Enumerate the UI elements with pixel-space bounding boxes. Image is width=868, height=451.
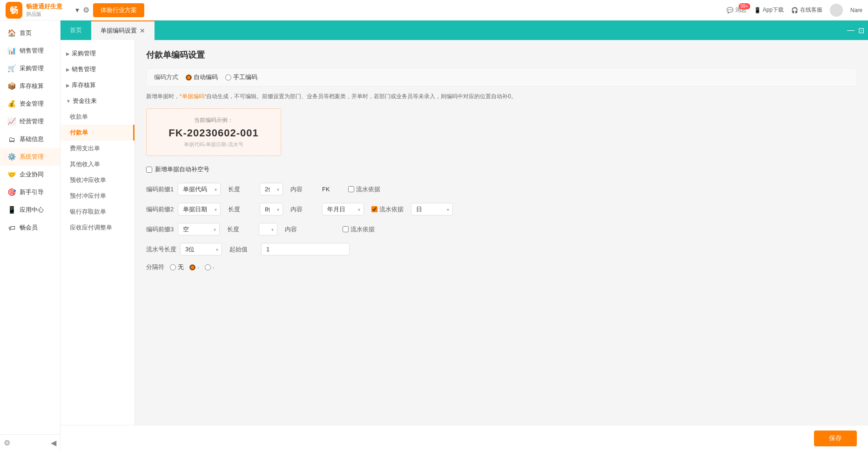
sub-item-payment[interactable]: 付款单	[61, 125, 135, 141]
manual-encode-radio[interactable]	[225, 74, 231, 81]
sub-item-adjustment[interactable]: 应收应付调整单	[61, 220, 135, 236]
save-button[interactable]: 保存	[814, 431, 857, 446]
manual-encode-option[interactable]: 手工编码	[225, 73, 257, 81]
prefix1-length-label: 长度	[228, 185, 256, 194]
preview-code: FK-20230602-001	[168, 127, 259, 139]
prefix1-content-value: FK	[322, 186, 341, 193]
prefix3-select[interactable]: 空	[178, 223, 220, 236]
sep-dash-label: ·	[213, 264, 215, 271]
sidebar-collapse-btn[interactable]: ◀	[51, 438, 56, 447]
download-btn[interactable]: 📱 App下载	[754, 6, 784, 14]
sub-item-expense[interactable]: 费用支出单	[61, 141, 135, 156]
prefix2-length-select[interactable]: 8位	[260, 203, 283, 215]
prefix1-length-field: 长度 2位 ▾	[228, 183, 283, 195]
avatar[interactable]	[830, 4, 843, 17]
prefix1-serial-label[interactable]: 流水依据	[348, 185, 380, 194]
prefix2-length-wrapper: 8位 ▾	[260, 203, 283, 215]
sub-item-bank[interactable]: 银行存取款单	[61, 204, 135, 220]
sidebar-item-finance[interactable]: 💰 资金管理	[0, 95, 60, 113]
sidebar-item-operations[interactable]: 📈 经营管理	[0, 113, 60, 130]
sidebar-item-member[interactable]: 🏷 畅会员	[0, 219, 60, 236]
sidebar-item-guide[interactable]: 🎯 新手引导	[0, 183, 60, 201]
sidebar-item-sales[interactable]: 📊 销售管理	[0, 42, 60, 60]
prefix1-length-select[interactable]: 2位	[260, 183, 283, 195]
tab-close-icon[interactable]: ✕	[140, 27, 145, 34]
prefix3-length-select[interactable]	[259, 223, 277, 236]
prefix2-serial-checkbox[interactable]	[371, 206, 377, 212]
serial-length-wrapper: 3位 ▾	[180, 243, 222, 256]
tab-maximize-btn[interactable]: ⊡	[858, 26, 864, 35]
prefix2-serial-text: 流水依据	[379, 205, 404, 214]
prefix2-field: 编码前缀2 单据日期 ▾	[146, 203, 221, 215]
page-content: ▶ 采购管理 ▶ 销售管理 ▶ 库存核算	[61, 40, 868, 425]
tab-encoding-settings[interactable]: 单据编码设置 ✕	[91, 20, 155, 40]
sidebar-item-apps[interactable]: 📱 应用中心	[0, 201, 60, 219]
prefix3-serial-checkbox[interactable]	[343, 226, 349, 232]
prefix2-content-wrapper: 年月日 ▾	[322, 203, 364, 215]
prefix1-content-label: 内容	[290, 185, 318, 194]
sidebar-bottom: ⚙ ◀	[0, 434, 60, 451]
sidebar-settings-btn[interactable]: ⚙	[4, 438, 10, 447]
top-header: 畅 畅捷通好生意 拼品版 ▾ ⚙ 体验行业方案 💬 消息 99+ 📱 App下载…	[0, 0, 868, 20]
app-sub: 拼品版	[26, 11, 62, 18]
tab-minimize-btn[interactable]: —	[847, 26, 855, 34]
member-icon: 🏷	[7, 223, 16, 232]
prefix3-serial-label[interactable]: 流水依据	[343, 225, 375, 234]
start-value-input[interactable]	[261, 243, 350, 256]
sep-dot-radio[interactable]	[189, 264, 195, 270]
dropdown-btn[interactable]: ▾	[75, 6, 79, 14]
sidebar-item-inventory[interactable]: 📦 库存核算	[0, 77, 60, 95]
serial-length-field: 流水号长度 3位 ▾	[146, 243, 222, 256]
settings-icon[interactable]: ⚙	[83, 6, 89, 14]
prefix2-serial-label[interactable]: 流水依据	[371, 205, 404, 214]
sub-item-receipt[interactable]: 收款单	[61, 109, 135, 125]
sep-dash-option[interactable]: ·	[205, 264, 215, 271]
separator-options: 无 · ·	[170, 263, 214, 271]
sidebar-item-home[interactable]: 🏠 首页	[0, 24, 60, 42]
prefix1-select[interactable]: 单据代码	[178, 183, 221, 195]
sub-header-inventory[interactable]: ▶ 库存核算	[61, 77, 135, 93]
sub-header-capital[interactable]: ▼ 资金往来	[61, 93, 135, 109]
trial-button[interactable]: 体验行业方案	[93, 3, 144, 17]
sub-item-advance-receivable[interactable]: 预收冲应收单	[61, 172, 135, 188]
prefix2-period-select[interactable]: 日	[411, 203, 453, 215]
serial-length-select[interactable]: 3位	[180, 243, 222, 256]
operations-icon: 📈	[7, 117, 16, 126]
sub-item-advance-payable[interactable]: 预付冲应付单	[61, 188, 135, 204]
sep-dash-radio[interactable]	[205, 264, 211, 270]
auto-encode-radio[interactable]	[186, 74, 192, 81]
tab-bar-right: — ⊡	[847, 26, 868, 35]
prefix3-field: 编码前缀3 空 ▾	[146, 223, 220, 236]
prefix1-content-field: 内容 FK	[290, 185, 341, 194]
sep-dot-label: ·	[197, 264, 199, 271]
sep-none-radio[interactable]	[170, 264, 176, 270]
tab-home[interactable]: 首页	[61, 20, 91, 40]
encoding-mode-label: 编码方式	[154, 73, 178, 81]
sub-item-other-income[interactable]: 其他收入单	[61, 156, 135, 172]
sidebar-item-system[interactable]: ⚙️ 系统管理	[0, 148, 60, 166]
message-btn[interactable]: 💬 消息 99+	[727, 6, 747, 14]
sidebar-item-basic[interactable]: 🗂 基础信息	[0, 130, 60, 148]
sep-dot-option[interactable]: ·	[189, 264, 199, 271]
prefix2-select[interactable]: 单据日期	[178, 203, 221, 215]
username[interactable]: Nare	[850, 7, 862, 13]
logo-area: 畅 畅捷通好生意 拼品版	[6, 2, 66, 19]
basic-icon: 🗂	[7, 135, 16, 143]
sub-header-sales[interactable]: ▶ 销售管理	[61, 61, 135, 77]
sidebar-item-purchase[interactable]: 🛒 采购管理	[0, 60, 60, 77]
prefix2-content-select[interactable]: 年月日	[322, 203, 364, 215]
service-icon: 🎧	[791, 7, 798, 13]
serial-length-label: 流水号长度	[146, 245, 176, 254]
sub-header-purchase[interactable]: ▶ 采购管理	[61, 46, 135, 61]
service-btn[interactable]: 🎧 在线客服	[791, 6, 822, 14]
auto-fill-label: 新增单据自动补空号	[155, 165, 209, 174]
auto-fill-checkbox[interactable]	[146, 167, 152, 173]
auto-encode-option[interactable]: 自动编码	[186, 73, 218, 81]
prefix1-serial-checkbox[interactable]	[348, 186, 354, 192]
system-icon: ⚙️	[7, 153, 16, 161]
main-layout: 🏠 首页 📊 销售管理 🛒 采购管理 📦 库存核算 💰 资金管理 📈 经	[0, 20, 868, 451]
preview-box: 当前编码示例： FK-20230602-001 单据代码-单据日期-流水号	[146, 108, 281, 156]
prefix2-length-field: 长度 8位 ▾	[228, 203, 283, 215]
sep-none-option[interactable]: 无	[170, 263, 184, 271]
sidebar-item-enterprise[interactable]: 🤝 企业协同	[0, 166, 60, 183]
